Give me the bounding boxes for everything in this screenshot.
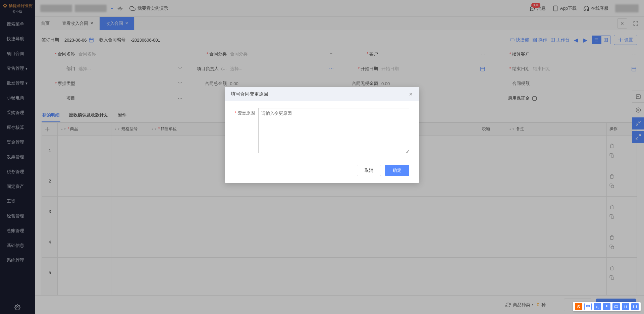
modal-title: 填写合同变更原因: [231, 91, 268, 97]
ime-keyboard-icon[interactable]: [612, 303, 620, 310]
ime-tool-icon[interactable]: [631, 303, 639, 310]
ime-punct-icon[interactable]: •,: [594, 303, 601, 310]
svg-rect-45: [634, 305, 637, 308]
ime-mic-icon[interactable]: [603, 303, 610, 310]
ime-lang[interactable]: 中: [584, 303, 592, 310]
svg-rect-44: [614, 306, 618, 308]
modal-close-button[interactable]: [409, 92, 413, 97]
ime-skin-icon[interactable]: [622, 303, 629, 310]
modal-cancel-button[interactable]: 取消: [357, 165, 381, 176]
modal-ok-button[interactable]: 确定: [385, 165, 409, 176]
change-reason-modal: 填写合同变更原因 变更原因 取消 确定: [225, 87, 419, 183]
modal-field-label: 变更原因: [235, 108, 255, 116]
ime-logo-icon: S: [575, 303, 582, 310]
modal-overlay: 填写合同变更原因 变更原因 取消 确定: [0, 0, 644, 314]
change-reason-textarea[interactable]: [258, 108, 409, 153]
ime-toolbar[interactable]: S 中 •,: [573, 302, 641, 311]
